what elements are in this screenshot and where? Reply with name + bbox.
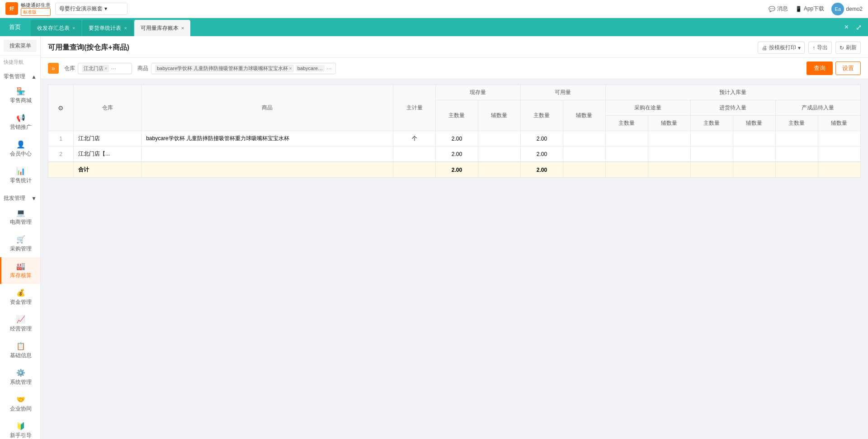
sidebar-search-btn[interactable]: 搜索菜单 <box>4 40 37 52</box>
row2-product <box>142 146 393 162</box>
tab-yaohuo-label: 要货单统计表 <box>89 24 121 32</box>
warehouse-more-icon[interactable]: ··· <box>111 65 116 72</box>
chevron-icon: ▲ <box>31 74 37 80</box>
refresh-btn[interactable]: ↻ 刷新 <box>835 42 861 54</box>
refresh-icon: ↻ <box>840 45 844 51</box>
th-inbound-pending: 进货待入量 <box>690 100 775 116</box>
sidebar-item-system[interactable]: ⚙️ 系统管理 <box>0 364 40 391</box>
th-ip-aux: 辅数量 <box>733 116 775 131</box>
filter-toggle-btn[interactable]: » <box>48 63 59 74</box>
row2-unit <box>393 146 436 162</box>
table-row: 1 江北门店 babycare学饮杯 儿童防摔防撞吸管杯重力球吸嘴杯宝宝水杯 个… <box>48 131 861 146</box>
footer-empty2 <box>142 162 393 178</box>
footer-pt-main <box>605 162 648 178</box>
app-label: App下载 <box>804 5 824 13</box>
tab-yaohuo[interactable]: 要货单统计表 × <box>82 20 133 36</box>
sidebar-item-purchase[interactable]: 🛒 采购管理 <box>0 231 40 257</box>
chevron-down-icon2: ▼ <box>31 195 37 202</box>
query-btn[interactable]: 查询 <box>807 61 833 75</box>
sidebar-zero-retail-label: 零售管理 <box>4 73 25 80</box>
sidebar-item-zero-stats-label: 零售统计 <box>10 177 32 184</box>
industry-select-text: 母婴行业演示账套 <box>59 5 103 13</box>
sidebar-item-business[interactable]: 📈 经营管理 <box>0 311 40 337</box>
content-area: 可用量查询(按仓库+商品) 🖨 按模板打印 ▾ ↑ 导出 ↻ 刷新 <box>41 36 868 439</box>
row2-pt-main <box>605 146 648 162</box>
product-filter-value[interactable]: babycare学饮杯 儿童防摔防撞吸管杯重力球吸嘴杯宝宝水杯 × babyca… <box>151 63 336 74</box>
row2-ip-aux <box>733 146 775 162</box>
th-pt-aux: 辅数量 <box>648 116 690 131</box>
sidebar-item-ecommerce[interactable]: 💻 电商管理 <box>0 204 40 231</box>
th-pp-aux: 辅数量 <box>818 116 860 131</box>
product-tag2: babycare… <box>296 65 325 71</box>
sidebar-item-newguide[interactable]: 🔰 新手引导 <box>0 417 40 439</box>
print-label: 按模板打印 <box>769 44 796 52</box>
sidebar-item-member[interactable]: 👤 会员中心 <box>0 136 40 162</box>
row1-pp-main <box>775 131 818 146</box>
tab-shoufacun-close[interactable]: × <box>72 25 75 31</box>
sidebar-nav-label[interactable]: 快捷导航 <box>0 56 40 67</box>
th-pp-main: 主数量 <box>775 116 818 131</box>
close-tab-btn[interactable]: × <box>842 22 851 32</box>
tab-keyongliang[interactable]: 可用量库存账本 × <box>134 20 190 36</box>
sidebar-item-zero-mall[interactable]: 🏪 零售商城 <box>0 82 40 109</box>
row1-pt-main <box>605 131 648 146</box>
member-icon: 👤 <box>16 140 25 149</box>
message-label: 消息 <box>777 5 788 13</box>
sidebar-item-inventory[interactable]: 🏭 库存核算 <box>0 257 40 284</box>
app-download-btn[interactable]: 📱 App下载 <box>795 5 824 13</box>
finance-icon: 💰 <box>16 288 25 297</box>
sidebar-item-zero-stats[interactable]: 📊 零售统计 <box>0 162 40 189</box>
sidebar-item-system-label: 系统管理 <box>10 378 32 386</box>
sidebar-wholesale-header[interactable]: 批发管理 ▼ <box>0 191 40 204</box>
tab-shoufacun[interactable]: 收发存汇总表 × <box>31 20 81 36</box>
sidebar: 搜索菜单 快捷导航 零售管理 ▲ 🏪 零售商城 📢 营销推广 👤 会员中心 📊 … <box>0 36 41 439</box>
warehouse-tag-text: 江北门店 <box>84 65 104 72</box>
message-btn[interactable]: 💬 消息 <box>769 5 788 13</box>
footer-avail-main: 2.00 <box>520 162 563 178</box>
user-profile[interactable]: Ea demo2 <box>831 3 863 15</box>
sidebar-item-marketing[interactable]: 📢 营销推广 <box>0 109 40 136</box>
sidebar-item-marketing-label: 营销推广 <box>10 123 32 131</box>
industry-select[interactable]: 母婴行业演示账套 ▾ <box>55 3 127 15</box>
filter-row: » 仓库 江北门店 × ··· 商品 babycare学饮杯 儿童防摔防撞吸管杯… <box>41 58 868 79</box>
row1-warehouse: 江北门店 <box>74 131 142 146</box>
export-btn[interactable]: ↑ 导出 <box>808 42 832 54</box>
warehouse-filter-group: 仓库 江北门店 × ··· <box>64 63 132 74</box>
footer-empty3 <box>393 162 436 178</box>
gear-icon: ⚙ <box>58 104 64 112</box>
row2-ip-main <box>690 146 733 162</box>
th-current-stock: 现存量 <box>436 85 521 100</box>
page-title: 可用量查询(按仓库+商品) <box>48 43 129 52</box>
maximize-btn[interactable]: ⤢ <box>853 22 864 33</box>
row2-pp-aux <box>818 146 860 162</box>
sidebar-item-basic[interactable]: 📋 基础信息 <box>0 337 40 364</box>
footer-pt-aux <box>648 162 690 178</box>
app-icon: 📱 <box>795 6 802 12</box>
warehouse-filter-value[interactable]: 江北门店 × ··· <box>78 63 132 74</box>
warehouse-tag-close[interactable]: × <box>104 66 107 71</box>
ecommerce-icon: 💻 <box>16 208 25 217</box>
product-tag1-close[interactable]: × <box>289 66 292 71</box>
tab-home-label: 首页 <box>9 23 21 31</box>
th-warehouse: 仓库 <box>74 85 142 131</box>
sidebar-zero-retail-header[interactable]: 零售管理 ▲ <box>0 69 40 82</box>
th-gear[interactable]: ⚙ <box>48 85 74 131</box>
tab-keyongliang-close[interactable]: × <box>181 25 184 31</box>
sidebar-item-finance[interactable]: 💰 资金管理 <box>0 284 40 311</box>
th-production-pending: 产成品待入量 <box>775 100 860 116</box>
tab-home[interactable]: 首页 <box>0 18 30 36</box>
product-more-icon[interactable]: ··· <box>326 65 332 72</box>
footer-row: 合计 2.00 2.00 <box>48 162 861 178</box>
footer-ip-aux <box>733 162 775 178</box>
marketing-icon: 📢 <box>16 113 25 122</box>
setting-btn[interactable]: 设置 <box>835 61 861 75</box>
row2-stock-main: 2.00 <box>436 146 478 162</box>
sidebar-item-ecommerce-label: 电商管理 <box>10 218 32 226</box>
footer-label: 合计 <box>74 162 142 178</box>
main-layout: 搜索菜单 快捷导航 零售管理 ▲ 🏪 零售商城 📢 营销推广 👤 会员中心 📊 … <box>0 36 868 439</box>
tab-yaohuo-close[interactable]: × <box>124 25 127 31</box>
row2-pt-aux <box>648 146 690 162</box>
sidebar-item-enterprise[interactable]: 🤝 企业协同 <box>0 391 40 417</box>
print-btn[interactable]: 🖨 按模板打印 ▾ <box>758 42 805 54</box>
footer-avail-aux <box>563 162 605 178</box>
